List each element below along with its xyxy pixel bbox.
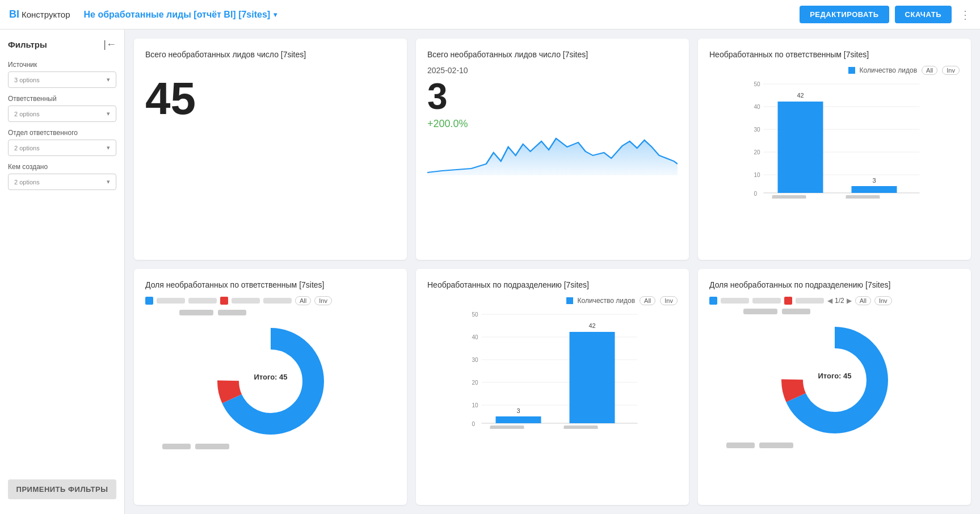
card6-x-labels-bottom	[726, 443, 960, 448]
svg-text:30: 30	[472, 357, 479, 363]
card6-x-labels	[743, 309, 960, 314]
svg-point-20	[239, 350, 302, 412]
inv-badge-4[interactable]: Inv	[314, 296, 332, 305]
svg-text:40: 40	[754, 104, 761, 110]
apply-filters-button[interactable]: ПРИМЕНИТЬ ФИЛЬТРЫ	[8, 479, 116, 499]
svg-text:50: 50	[472, 311, 479, 318]
legend-dot-5-icon	[566, 297, 573, 304]
filter-group-creator: Кем создано 2 options ▾	[0, 159, 124, 193]
svg-text:3: 3	[516, 407, 520, 414]
legend-blue-icon	[145, 297, 153, 305]
page-indicator: 1/2	[835, 297, 844, 305]
prev-page-icon[interactable]: ◀	[827, 297, 832, 305]
legend-text-4	[263, 298, 292, 304]
svg-text:50: 50	[754, 81, 761, 87]
filter-select-source[interactable]: 3 options ▾	[8, 71, 116, 88]
card3-legend-row: Количество лидов All Inv	[709, 66, 960, 75]
sidebar-header: Фильтры |←	[0, 36, 124, 57]
more-options-icon[interactable]: ⋮	[960, 8, 971, 22]
report-title[interactable]: Не обработанные лиды [отчёт BI] [7sites]…	[84, 10, 277, 20]
filter-group-dept: Отдел ответственного 2 options ▾	[0, 125, 124, 159]
legend-text-2	[188, 298, 217, 304]
svg-text:Итого: 45: Итого: 45	[818, 372, 851, 380]
all-badge-4[interactable]: All	[295, 296, 311, 305]
all-badge-5[interactable]: All	[640, 296, 655, 305]
edit-button[interactable]: РЕДАКТИРОВАТЬ	[800, 6, 889, 23]
card2-title: Всего необработанных лидов число [7sites…	[427, 50, 678, 59]
legend-red-icon	[220, 297, 228, 305]
legend6-text-1	[721, 298, 749, 304]
filter-group-responsible: Ответственный 2 options ▾	[0, 91, 124, 125]
card-total-count: Всего необработанных лидов число [7sites…	[134, 39, 407, 260]
svg-text:42: 42	[797, 92, 804, 99]
filter-select-responsible[interactable]: 2 options ▾	[8, 106, 116, 122]
legend6-text-2	[752, 298, 781, 304]
main-layout: Фильтры |← Источник 3 options ▾ Ответств…	[0, 30, 980, 514]
svg-point-42	[804, 349, 866, 411]
svg-text:0: 0	[472, 421, 476, 427]
svg-text:40: 40	[472, 334, 479, 340]
blurred6-label-1	[743, 309, 777, 314]
blurred6-label-2	[782, 309, 810, 314]
blurred-label-3	[162, 444, 191, 449]
inv-badge-6[interactable]: Inv	[874, 296, 892, 305]
download-button[interactable]: СКАЧАТЬ	[895, 6, 952, 23]
sidebar: Фильтры |← Источник 3 options ▾ Ответств…	[0, 30, 125, 514]
svg-rect-17	[846, 195, 880, 199]
card6-legend-row: ◀ 1/2 ▶ All Inv	[709, 296, 960, 305]
card4-x-labels	[179, 310, 396, 315]
filter-chevron-responsible: ▾	[107, 110, 110, 117]
card2-number: 3	[427, 78, 678, 115]
svg-rect-39	[564, 425, 598, 429]
legend6-text-3	[796, 298, 824, 304]
card1-title: Всего необработанных лидов число [7sites…	[145, 50, 396, 59]
svg-text:20: 20	[472, 380, 479, 386]
blurred-label-2	[218, 310, 246, 315]
svg-text:30: 30	[754, 127, 761, 133]
filter-value-responsible: 2 options	[14, 111, 40, 117]
card1-big-number: 45	[145, 76, 396, 121]
svg-rect-14	[852, 186, 897, 193]
all-badge-6[interactable]: All	[855, 296, 871, 305]
filter-select-dept[interactable]: 2 options ▾	[8, 140, 116, 156]
card4-legend-strip: All Inv	[145, 296, 396, 305]
card4-donut: Итого: 45	[145, 319, 396, 444]
sidebar-title: Фильтры	[8, 40, 47, 49]
inv-badge[interactable]: Inv	[942, 66, 960, 75]
chevron-down-icon: ▾	[274, 11, 277, 19]
blurred6-label-3	[726, 443, 755, 448]
next-page-icon[interactable]: ▶	[847, 297, 852, 305]
card5-title: Необработанных по подразделению [7sites]	[427, 280, 678, 289]
svg-text:10: 10	[754, 172, 761, 178]
svg-text:3: 3	[872, 177, 876, 184]
blurred6-label-4	[759, 443, 793, 448]
card-donut-dept: Доля необработанных по подразделению [7s…	[698, 269, 971, 505]
card6-title: Доля необработанных по подразделению [7s…	[709, 280, 960, 289]
inv-badge-5[interactable]: Inv	[660, 296, 678, 305]
collapse-sidebar-icon[interactable]: |←	[103, 39, 116, 50]
filter-select-creator[interactable]: 2 options ▾	[8, 174, 116, 190]
card6-donut: Итого: 45	[709, 318, 960, 443]
card-donut-responsible: Доля необработанных по ответственным [7s…	[134, 269, 407, 505]
card-bar-responsible: Необработанных по ответственным [7sites]…	[698, 39, 971, 260]
filter-value-source: 3 options	[14, 77, 40, 83]
sidebar-apply: ПРИМЕНИТЬ ФИЛЬТРЫ	[0, 471, 124, 507]
filter-chevron-dept: ▾	[107, 144, 110, 151]
svg-rect-16	[772, 195, 806, 199]
all-badge[interactable]: All	[922, 66, 937, 75]
legend-blue-6-icon	[709, 297, 717, 305]
header-actions: РЕДАКТИРОВАТЬ СКАЧАТЬ ⋮	[800, 6, 971, 23]
card4-x-labels-bottom	[162, 444, 396, 449]
sparkline	[427, 136, 678, 175]
blurred-label-1	[179, 310, 213, 315]
svg-rect-34	[496, 416, 541, 423]
filter-label-creator: Кем создано	[8, 163, 116, 171]
svg-rect-36	[570, 332, 615, 423]
svg-text:42: 42	[588, 322, 595, 329]
svg-text:0: 0	[754, 191, 758, 197]
svg-rect-12	[778, 102, 823, 193]
card5-legend-row: Количество лидов All Inv	[427, 296, 678, 305]
svg-rect-38	[490, 425, 524, 429]
filter-chevron-creator: ▾	[107, 178, 110, 186]
card5-bar-chart: 50 40 30 20 10 0 3 4	[427, 310, 678, 435]
